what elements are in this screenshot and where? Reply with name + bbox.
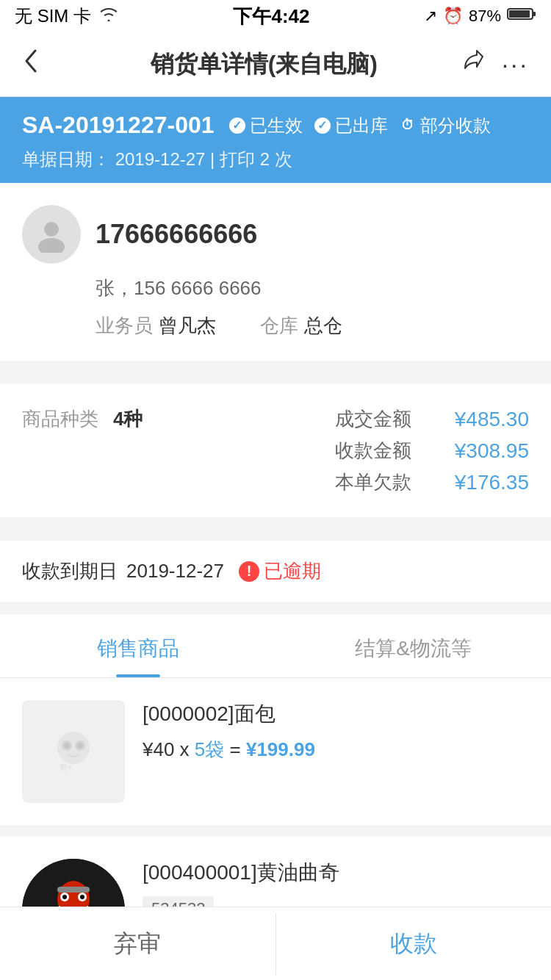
print-info: | 打印 2 次 (210, 149, 292, 169)
product-name-1: [0000002]面包 (143, 700, 529, 728)
sales-value: 曾凡杰 (159, 313, 216, 339)
svg-text:野+: 野+ (60, 763, 72, 771)
badge-effective: ✓ 已生效 (229, 114, 303, 137)
received-amount-item: 收款金额 ¥308.95 (335, 438, 529, 464)
overdue-text: 已逾期 (264, 558, 321, 584)
bottom-bar: 弃审 收款 (0, 907, 551, 980)
nav-bar: 销货单详情(来自电脑) ··· (0, 32, 551, 97)
overdue-badge: ! 已逾期 (239, 558, 321, 584)
due-date-label: 收款到期日 (22, 558, 118, 584)
svg-point-17 (80, 895, 84, 899)
due-date-section: 收款到期日 2019-12-27 ! 已逾期 (0, 541, 551, 602)
svg-rect-18 (57, 887, 90, 893)
status-badges: ✓ 已生效 ✓ 已出库 ⏱ 部分收款 (229, 114, 491, 137)
customer-section: 17666666666 张，156 6666 6666 业务员 曾凡杰 仓库 总… (0, 183, 551, 361)
date-value: 2019-12-27 (115, 149, 206, 169)
battery-text: 87% (469, 7, 501, 26)
status-right: ↗ ⏰ 87% (424, 7, 536, 26)
share-icon[interactable] (462, 49, 487, 79)
svg-point-8 (64, 743, 70, 749)
clock-icon: ⏱ (400, 118, 416, 134)
date-label: 单据日期： (22, 149, 110, 169)
svg-rect-2 (509, 10, 530, 18)
stats-row: 商品种类 4种 成交金额 ¥485.30 收款金额 ¥308.95 本单欠款 ¥… (22, 406, 529, 495)
svg-point-3 (44, 222, 59, 237)
tabs-row: 销售商品 结算&物流等 (0, 614, 551, 678)
carrier-text: 无 SIM 卡 (15, 4, 91, 28)
banner-date-row: 单据日期： 2019-12-27 | 打印 2 次 (22, 148, 529, 171)
badge-partial: ⏱ 部分收款 (400, 114, 491, 137)
product-name-2: [000400001]黄油曲奇 (143, 859, 529, 887)
back-button[interactable] (22, 46, 66, 82)
banner-row1: SA-20191227-001 ✓ 已生效 ✓ 已出库 ⏱ 部分收款 (22, 112, 529, 139)
owed-amount-item: 本单欠款 ¥176.35 (335, 469, 529, 495)
alarm-icon: ⏰ (443, 7, 463, 26)
confirm-button[interactable]: 收款 (276, 913, 552, 975)
deal-amount-value: ¥485.30 (426, 408, 529, 431)
header-banner: SA-20191227-001 ✓ 已生效 ✓ 已出库 ⏱ 部分收款 单据日期：… (0, 97, 551, 183)
product-info-1: [0000002]面包 ¥40 x 5袋 = ¥199.99 (143, 700, 529, 763)
order-id: SA-20191227-001 (22, 112, 215, 139)
sales-label: 业务员 (96, 313, 153, 339)
badge-shipped: ✓ 已出库 (314, 114, 388, 137)
received-amount-label: 收款金额 (335, 438, 411, 464)
customer-top: 17666666666 (22, 205, 529, 264)
list-item: 野+ [0000002]面包 ¥40 x 5袋 = ¥199.99 (0, 678, 551, 825)
due-date-value: 2019-12-27 (126, 560, 224, 583)
customer-contact: 张，156 6666 6666 (22, 275, 529, 301)
check-icon-effective: ✓ (229, 118, 245, 134)
stats-section: 商品种类 4种 成交金额 ¥485.30 收款金额 ¥308.95 本单欠款 ¥… (0, 384, 551, 517)
deal-amount-item: 成交金额 ¥485.30 (335, 406, 529, 432)
check-icon-shipped: ✓ (314, 118, 331, 134)
overdue-icon: ! (239, 561, 259, 582)
received-amount-value: ¥308.95 (426, 439, 529, 463)
nav-actions: ··· (462, 49, 529, 79)
location-icon: ↗ (424, 7, 437, 26)
svg-rect-1 (533, 12, 536, 16)
warehouse-label: 仓库 (260, 313, 298, 339)
divider-3 (0, 602, 551, 613)
avatar (22, 205, 81, 264)
product-type-count: 4种 (113, 406, 143, 432)
wifi-icon (98, 6, 119, 26)
warehouse-value: 总仓 (304, 313, 342, 339)
status-time: 下午4:42 (233, 4, 309, 29)
divider-2 (0, 529, 551, 541)
deal-amount-label: 成交金额 (335, 406, 411, 432)
owed-amount-label: 本单欠款 (335, 469, 411, 495)
svg-point-5 (57, 732, 90, 764)
svg-point-16 (62, 895, 67, 899)
cancel-button[interactable]: 弃审 (0, 913, 276, 975)
tab-products[interactable]: 销售商品 (0, 614, 276, 677)
stats-left: 商品种类 4种 (22, 406, 143, 432)
status-bar: 无 SIM 卡 下午4:42 ↗ ⏰ 87% (0, 0, 551, 32)
divider-1 (0, 372, 551, 384)
customer-meta: 业务员 曾凡杰 仓库 总仓 (22, 313, 529, 339)
svg-point-4 (38, 238, 65, 253)
customer-phone: 17666666666 (96, 219, 257, 250)
more-icon[interactable]: ··· (502, 50, 529, 79)
stats-right: 成交金额 ¥485.30 收款金额 ¥308.95 本单欠款 ¥176.35 (335, 406, 529, 495)
product-type-label: 商品种类 (22, 406, 98, 432)
battery-icon (507, 7, 536, 26)
product-image-1: 野+ (22, 700, 125, 803)
status-left: 无 SIM 卡 (15, 4, 119, 28)
tabs-section: 销售商品 结算&物流等 (0, 613, 551, 678)
owed-amount-value: ¥176.35 (426, 471, 529, 494)
product-price-1: ¥40 x 5袋 = ¥199.99 (143, 737, 529, 763)
tab-settlement[interactable]: 结算&物流等 (276, 614, 551, 677)
svg-point-9 (77, 743, 83, 749)
page-title: 销货单详情(来自电脑) (151, 48, 378, 81)
